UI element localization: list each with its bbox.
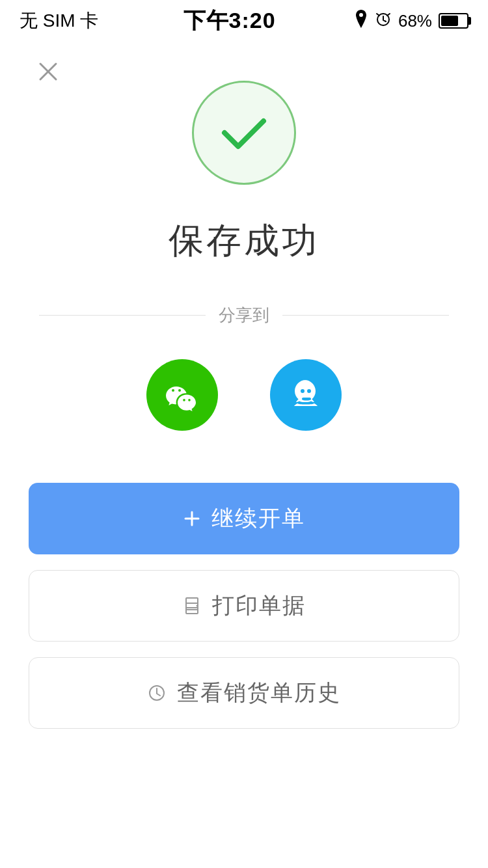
svg-rect-5 — [186, 598, 198, 603]
plus-icon — [183, 509, 201, 528]
wechat-icon — [161, 373, 204, 416]
divider-text: 分享到 — [206, 304, 282, 327]
share-icons — [146, 359, 342, 431]
continue-label: 继续开单 — [211, 504, 305, 534]
battery-icon — [439, 13, 468, 29]
share-divider: 分享到 — [0, 304, 488, 327]
history-button[interactable]: 查看销货单历史 — [29, 657, 459, 729]
battery-percent: 68% — [398, 11, 432, 31]
history-label: 查看销货单历史 — [177, 678, 341, 708]
status-left: 无 SIM 卡 — [20, 8, 105, 33]
clock-icon — [147, 683, 167, 703]
printer-icon — [182, 596, 202, 616]
status-bar: 无 SIM 卡 下午3:20 68% — [0, 0, 488, 42]
location-icon — [354, 10, 368, 33]
alarm-icon — [375, 10, 392, 33]
divider-line-left — [39, 315, 206, 316]
qq-share-button[interactable] — [270, 359, 342, 431]
success-circle — [192, 81, 296, 185]
wechat-share-button[interactable] — [146, 359, 218, 431]
svg-rect-6 — [186, 608, 198, 614]
success-title: 保存成功 — [169, 217, 319, 265]
status-time: 下午3:20 — [183, 6, 276, 36]
continue-button[interactable]: 继续开单 — [29, 483, 459, 554]
status-right: 68% — [354, 10, 468, 33]
check-icon — [215, 103, 273, 162]
print-label: 打印单据 — [212, 591, 306, 621]
main-content: 保存成功 分享到 — [0, 42, 488, 729]
print-button[interactable]: 打印单据 — [29, 570, 459, 642]
divider-line-right — [282, 315, 449, 316]
carrier-text: 无 SIM 卡 — [20, 8, 98, 33]
qq-icon — [284, 373, 327, 416]
svg-point-7 — [197, 605, 198, 607]
close-button[interactable] — [29, 52, 68, 91]
action-buttons: 继续开单 打印单据 查看销货单历史 — [0, 483, 488, 729]
